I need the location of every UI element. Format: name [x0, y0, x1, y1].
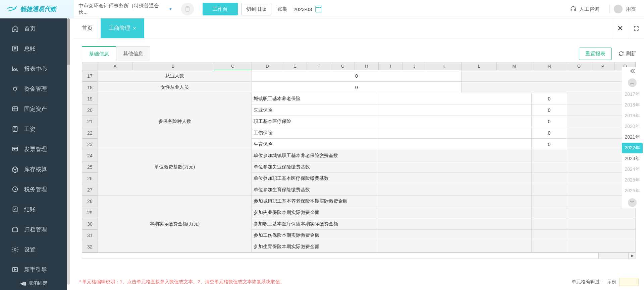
cell-label[interactable]: 参加失业保险本期实际缴费金额	[252, 207, 378, 218]
cell-label[interactable]: 单位参加城镇职工基本养老保险缴费基数	[252, 150, 378, 161]
cell-group[interactable]: 本期实际缴费金额(万元)	[98, 218, 252, 230]
cell-value[interactable]	[532, 218, 567, 230]
close-icon[interactable]: ✕	[133, 26, 136, 31]
tab-0[interactable]: 首页	[74, 18, 101, 38]
sub-tab-0[interactable]: 基础信息	[82, 46, 116, 61]
sidebar-item-5[interactable]: 工资	[0, 119, 67, 139]
sidebar-item-1[interactable]: 总账	[0, 39, 67, 59]
switch-old-version-button[interactable]: 切到旧版	[241, 3, 271, 15]
unpin-button[interactable]: ◀▮ 取消固定	[0, 279, 67, 288]
year-2023年[interactable]: 2023年	[622, 153, 642, 164]
cell-group[interactable]	[98, 196, 252, 207]
close-tab-button[interactable]: ✕	[612, 18, 628, 38]
cell-label[interactable]: 失业保险	[252, 104, 378, 116]
cell[interactable]	[378, 173, 532, 184]
sidebar-item-4[interactable]: 固定资产	[0, 99, 67, 119]
fullscreen-icon[interactable]	[628, 18, 644, 38]
calendar-icon[interactable]	[315, 6, 322, 12]
cell-value[interactable]	[532, 196, 567, 207]
cell[interactable]	[378, 218, 532, 230]
tab-1[interactable]: 工商管理✕	[101, 18, 144, 38]
cell-value[interactable]	[532, 184, 567, 196]
refresh-button[interactable]: 刷新	[619, 51, 636, 57]
cell-label[interactable]: 单位参加失业保险缴费基数	[252, 161, 378, 173]
col-head-D[interactable]: D	[252, 62, 283, 70]
cell-label[interactable]: 单位参加生育保险缴费基数	[252, 184, 378, 196]
sidebar-item-2[interactable]: 报表中心	[0, 59, 67, 79]
cell-label[interactable]: 女性从业人员	[98, 82, 252, 93]
col-head-K[interactable]: K	[426, 62, 462, 70]
col-head-M[interactable]: M	[497, 62, 532, 70]
row-head[interactable]: 25	[82, 161, 98, 173]
clipboard-icon[interactable]	[181, 3, 194, 15]
row-head[interactable]: 18	[82, 82, 98, 93]
cell-value[interactable]	[532, 207, 567, 218]
cell-value[interactable]: 0	[532, 104, 567, 116]
row-head[interactable]: 28	[82, 196, 98, 207]
cell-value[interactable]: 0	[532, 127, 567, 139]
sidebar-item-8[interactable]: 税务管理	[0, 179, 67, 199]
cell-value[interactable]	[532, 150, 567, 161]
cell-label[interactable]: 参加工伤保险本期实际缴费金额	[252, 230, 378, 241]
cell[interactable]	[378, 127, 532, 139]
cell-label[interactable]: 从业人数	[98, 70, 252, 82]
row-head[interactable]: 22	[82, 127, 98, 139]
cell-group[interactable]	[98, 184, 252, 196]
cell-label[interactable]: 工伤保险	[252, 127, 378, 139]
sidebar-item-7[interactable]: 库存核算	[0, 159, 67, 179]
sidebar-item-3[interactable]: 资金管理	[0, 79, 67, 99]
cell-label[interactable]: 参加生育保险本期实际缴费金额	[252, 241, 378, 252]
cell-value[interactable]	[532, 241, 567, 252]
row-head[interactable]: 31	[82, 230, 98, 241]
cell[interactable]	[567, 241, 636, 252]
sidebar-item-9[interactable]: 结账	[0, 199, 67, 219]
user-menu[interactable]: 用友	[614, 5, 636, 13]
row-head[interactable]: 26	[82, 173, 98, 184]
col-head-H[interactable]: H	[355, 62, 379, 70]
sidebar-item-11[interactable]: 设置	[0, 239, 67, 260]
cell-value[interactable]	[532, 173, 567, 184]
cell[interactable]	[378, 104, 532, 116]
cell[interactable]	[378, 207, 532, 218]
cell-group[interactable]	[98, 127, 252, 139]
cell-group[interactable]	[98, 139, 252, 150]
cell-value[interactable]: 0	[532, 116, 567, 127]
workbench-button[interactable]: 工作台	[203, 3, 238, 15]
cell-group[interactable]	[98, 150, 252, 161]
scroll-right-icon[interactable]: ▶	[628, 253, 636, 259]
cell[interactable]	[378, 93, 532, 104]
cell-label[interactable]: 参加职工基本医疗保险本期实际缴费金额	[252, 218, 378, 230]
row-head[interactable]: 20	[82, 104, 98, 116]
col-head-O[interactable]: O	[567, 62, 591, 70]
cell-group[interactable]	[98, 207, 252, 218]
cell-group[interactable]	[98, 241, 252, 252]
sidebar-item-12[interactable]: 新手引导	[0, 260, 67, 280]
sidebar-item-10[interactable]: 归档管理	[0, 219, 67, 239]
cell-label[interactable]: 生育保险	[252, 139, 378, 150]
row-head[interactable]: 27	[82, 184, 98, 196]
sidebar-item-6[interactable]: 发票管理	[0, 139, 67, 159]
company-dropdown[interactable]: 中审众环会计师事务所（特殊普通合伙... ▼	[78, 3, 172, 15]
col-head-I[interactable]: I	[379, 62, 402, 70]
cell[interactable]	[378, 161, 532, 173]
cell[interactable]	[378, 150, 532, 161]
cell[interactable]	[567, 230, 636, 241]
cell-label[interactable]: 城镇职工基本养老保险	[252, 93, 378, 104]
cell[interactable]	[567, 207, 636, 218]
cell-value[interactable]	[532, 230, 567, 241]
col-head-B[interactable]: B	[132, 62, 214, 70]
cell-value[interactable]: 0	[532, 139, 567, 150]
row-head[interactable]: 21	[82, 116, 98, 127]
row-head[interactable]: 19	[82, 93, 98, 104]
cell-group[interactable]	[98, 173, 252, 184]
cell-label[interactable]: 参加城镇职工基本养老保险本期实际缴费金额	[252, 196, 378, 207]
col-head-F[interactable]: F	[307, 62, 331, 70]
row-head[interactable]: 17	[82, 70, 98, 82]
cell-group[interactable]: 单位缴费基数(万元)	[98, 161, 252, 173]
cell-value[interactable]	[532, 161, 567, 173]
collapse-left-icon[interactable]	[628, 67, 636, 75]
row-head[interactable]: 30	[82, 218, 98, 230]
reset-report-button[interactable]: 重置报表	[579, 48, 612, 60]
cell-value[interactable]: 0	[532, 93, 567, 104]
col-head-G[interactable]: G	[331, 62, 355, 70]
